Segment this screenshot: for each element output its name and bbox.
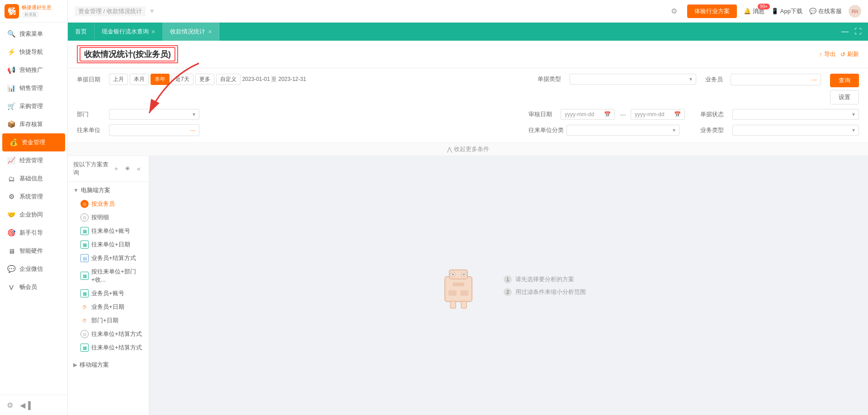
query-button[interactable]: 查询	[830, 74, 859, 87]
voucher-type-chevron-icon: ▾	[689, 76, 692, 82]
collapse-up-icon: ⋀	[447, 146, 452, 153]
sidebar-item-purchase[interactable]: 🛒 采购管理	[0, 97, 67, 115]
salesperson-select[interactable]: ···	[731, 74, 821, 85]
top-bar: 资金管理 / 收款情况统计 ▼ ⚙ 体验行业方案 🔔 99+ 消息 📱 App下…	[68, 0, 868, 23]
scheme-item-partner-date[interactable]: ▦ 往来单位+日期	[68, 238, 149, 251]
review-date-from[interactable]: yyyy-mm-dd 📅	[561, 109, 615, 120]
tab-receipt-close-icon[interactable]: ×	[208, 28, 212, 35]
scheme-table2-icon: ▦	[80, 241, 89, 249]
date-range: 2023-01-01 至 2023-12-31	[242, 75, 306, 83]
footer-collapse-icon[interactable]: ◀▐	[20, 400, 31, 410]
tab-minimize-button[interactable]: —	[840, 26, 850, 38]
scheme-settings-button[interactable]	[123, 164, 132, 173]
tab-maximize-button[interactable]: ⛶	[853, 26, 863, 38]
scheme-item-salesperson-date[interactable]: ⏱ 业务员+日期	[68, 300, 149, 314]
voucher-type-label: 单据类型	[538, 75, 567, 83]
main-content: 资金管理 / 收款情况统计 ▼ ⚙ 体验行业方案 🔔 99+ 消息 📱 App下…	[68, 0, 868, 415]
sidebar-item-guide[interactable]: 🎯 新手引导	[0, 224, 67, 242]
date-btn-more[interactable]: 更多	[195, 74, 214, 85]
guide-icon: 🎯	[7, 228, 16, 237]
voucher-type-select[interactable]: ▾	[570, 74, 696, 85]
breadcrumb: 资金管理 / 收款情况统计 ▼	[75, 6, 661, 16]
sidebar-item-finance[interactable]: 💰 资金管理	[2, 133, 65, 151]
sidebar-item-enterprise[interactable]: 🤝 企业协同	[0, 206, 67, 224]
app-download-link[interactable]: 📱 App下载	[771, 7, 802, 15]
footer-settings-icon[interactable]: ⚙	[5, 400, 15, 410]
trial-button[interactable]: 体验行业方案	[687, 5, 737, 18]
tab-receipt[interactable]: 收款情况统计 ×	[163, 23, 219, 41]
collapse-bar[interactable]: ⋀ 收起更多条件	[68, 142, 868, 156]
date-btn-7days[interactable]: 近7天	[171, 74, 193, 85]
sidebar-item-inventory[interactable]: 📦 库存核算	[0, 115, 67, 133]
scheme-group-pc: ▼ 电脑端方案 ⊙ 按业务员 ⊙ 按明细 ▦ 往来单位+账号	[68, 182, 149, 356]
sales-icon: 📊	[7, 84, 16, 93]
date-btn-this-month[interactable]: 本月	[130, 74, 149, 85]
scheme-table3-icon: ▦	[80, 272, 89, 280]
scheme-group-pc-header[interactable]: ▼ 电脑端方案	[68, 184, 149, 197]
scheme-item-partner-settle2[interactable]: ▦ 往来单位+结算方式	[68, 341, 149, 354]
sidebar-item-marketing[interactable]: 📢 营销推广	[0, 61, 67, 79]
partner-type-chevron-icon: ▾	[673, 127, 675, 133]
scheme-item-detail[interactable]: ⊙ 按明细	[68, 211, 149, 224]
review-date-label: 审核日期	[528, 110, 558, 118]
topbar-settings-icon[interactable]: ⚙	[668, 5, 680, 18]
online-service-link[interactable]: 💬 在线客服	[809, 7, 842, 15]
dept-select[interactable]: ▾	[109, 109, 199, 120]
scheme-item-salesperson[interactable]: ⊙ 按业务员	[68, 197, 149, 211]
scheme-item-partner-settle1[interactable]: ⊙ 往来单位+结算方式	[68, 327, 149, 341]
operations-icon: 📈	[7, 156, 16, 165]
tab-bank-close-icon[interactable]: ×	[151, 28, 155, 35]
scheme-table1-icon: ▦	[80, 227, 89, 235]
sidebar-item-quicknav[interactable]: ⚡ 快捷导航	[0, 43, 67, 61]
export-button[interactable]: ↑ 导出	[820, 50, 836, 58]
scheme-item-partner-account[interactable]: ▦ 往来单位+账号	[68, 224, 149, 238]
tab-home[interactable]: 首页	[68, 23, 94, 41]
date-btn-custom[interactable]: 自定义	[216, 74, 241, 85]
date-btn-this-year[interactable]: 本年	[151, 74, 170, 85]
scheme-panel: 按以下方案查询 + « ▼	[68, 156, 149, 415]
date-btn-last-month[interactable]: 上月	[109, 74, 128, 85]
scheme-table5-icon: ▦	[80, 344, 89, 352]
sidebar-item-operations[interactable]: 📈 经营管理	[0, 151, 67, 170]
setup-button[interactable]: 设置	[830, 90, 859, 104]
sidebar-item-member[interactable]: V 畅会员	[0, 278, 67, 296]
voucher-status-select[interactable]: ▾	[732, 109, 859, 120]
sidebar-item-basic[interactable]: 🗂 基础信息	[0, 170, 67, 188]
scheme-clock2-icon: ⏱	[80, 316, 89, 325]
svg-rect-8	[448, 290, 457, 296]
scheme-item-partner-dept[interactable]: ▦ 按往来单位+部门+收...	[68, 265, 149, 287]
scheme-item-salesperson-account[interactable]: ▦ 业务员+账号	[68, 287, 149, 300]
scheme-item-dept-date[interactable]: ⏱ 部门+日期	[68, 314, 149, 327]
page-header: 收款情况统计(按业务员) ↑ 导出 ↺ 刷新	[68, 41, 868, 68]
user-avatar[interactable]: Rit	[849, 5, 861, 18]
sidebar-item-weixin[interactable]: 💬 企业微信	[0, 260, 67, 278]
export-icon: ↑	[820, 51, 823, 58]
partner-select[interactable]: ···	[109, 124, 199, 136]
business-type-select[interactable]: ▾	[732, 125, 859, 136]
review-date-to[interactable]: yyyy-mm-dd 📅	[631, 109, 685, 120]
notification-area[interactable]: 🔔 99+ 消息	[744, 7, 764, 15]
voucher-status-label: 单据状态	[700, 110, 730, 118]
sidebar-footer: ⚙ ◀▐	[0, 395, 67, 415]
notification-badge: 99+	[758, 4, 770, 9]
content-area: 按以下方案查询 + « ▼	[68, 156, 868, 415]
empty-hint-1: 1 请先选择要分析的方案	[504, 275, 586, 283]
page-title: 收款情况统计(按业务员)	[80, 47, 175, 61]
partner-type-select[interactable]: ▾	[566, 125, 679, 136]
sidebar-item-system[interactable]: ⚙ 系统管理	[0, 188, 67, 206]
scheme-group-mobile-header[interactable]: ▶ 移动端方案	[68, 358, 149, 372]
scheme-table4-icon: ▦	[80, 289, 89, 297]
sidebar-item-hardware[interactable]: 🖥 智能硬件	[0, 242, 67, 260]
scheme-collapse-button[interactable]: «	[134, 164, 143, 173]
sidebar-item-sales[interactable]: 📊 销售管理	[0, 79, 67, 97]
marketing-icon: 📢	[7, 66, 16, 75]
scheme-add-button[interactable]: +	[112, 164, 121, 173]
tab-bank[interactable]: 现金银行流水查询 ×	[94, 23, 163, 41]
partner-more-icon: ···	[190, 127, 195, 134]
empty-hint-2: 2 用过滤条件来缩小分析范围	[504, 288, 586, 296]
scheme-panel-header: 按以下方案查询 + «	[68, 156, 149, 182]
scheme-detail-icon: ⊙	[80, 213, 89, 222]
scheme-item-salesperson-settle[interactable]: ▤ 业务员+结算方式	[68, 251, 149, 265]
refresh-button[interactable]: ↺ 刷新	[840, 50, 859, 58]
sidebar-item-search[interactable]: 🔍 搜索菜单	[0, 25, 67, 43]
